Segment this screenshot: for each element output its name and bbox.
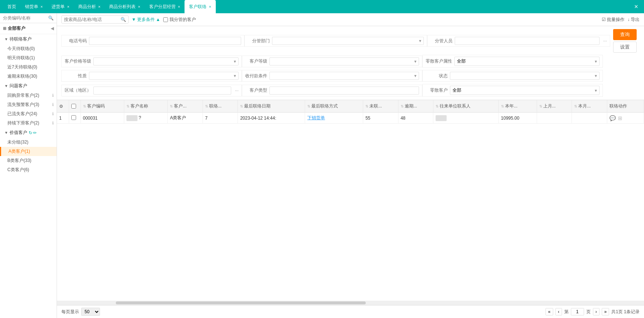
nav-purchase-order[interactable]: 进货单 × bbox=[47, 0, 74, 13]
grid-icon: ⊞ bbox=[3, 26, 6, 31]
last-page-button[interactable]: » bbox=[602, 308, 609, 315]
sidebar-pending-contact-group[interactable]: ▼ 待联络客户 bbox=[0, 34, 57, 44]
nav-product-analysis-list[interactable]: 商品分析列表 × bbox=[105, 0, 144, 13]
sidebar-item-7days[interactable]: 近7天待联络(0) bbox=[0, 63, 57, 72]
retail-attr-chevron-icon: ▾ bbox=[595, 59, 597, 64]
row-checkbox[interactable] bbox=[71, 115, 76, 120]
filter-person-input[interactable] bbox=[455, 37, 600, 45]
sidebar-item-a-class[interactable]: A类客户(1) bbox=[0, 147, 57, 156]
sidebar-search-bar: 🔍 bbox=[0, 13, 57, 23]
filter-nature-select[interactable]: ▾ bbox=[89, 72, 239, 80]
filter-search-input[interactable] bbox=[64, 17, 119, 22]
filter-region-input[interactable] bbox=[93, 86, 231, 95]
sidebar-item-c-class[interactable]: C类客户(6) bbox=[0, 165, 57, 174]
sidebar-item-churned[interactable]: 已流失客户(24) ℹ bbox=[0, 109, 57, 119]
info-icon-2[interactable]: ℹ bbox=[52, 102, 54, 107]
filter-customer-type: 客户类型 bbox=[242, 85, 422, 96]
sidebar-item-b-class[interactable]: B类客户(33) bbox=[0, 156, 57, 165]
nav-sales-order[interactable]: 销货单 × bbox=[21, 0, 47, 13]
table-row: 1 000031 ? A类客户 7 2023-04-12 14:44: bbox=[57, 113, 644, 124]
filter-phone-input[interactable] bbox=[89, 37, 241, 45]
value-group-refresh-icon[interactable]: ↻ bbox=[29, 130, 32, 135]
td-this-month bbox=[572, 113, 607, 124]
scrollbar-thumb[interactable] bbox=[116, 301, 366, 304]
filter-retail-select[interactable]: 全部 ▾ bbox=[450, 86, 600, 95]
filter-dept-select[interactable]: ▾ bbox=[272, 37, 424, 45]
action-qr-icon[interactable]: ⊞ bbox=[618, 115, 622, 121]
page-size-select[interactable]: 50 100 200 bbox=[81, 308, 100, 316]
filter-payment-select[interactable]: ▾ bbox=[269, 72, 419, 80]
horizontal-scrollbar[interactable] bbox=[57, 301, 644, 305]
level-chevron-icon: ▾ bbox=[414, 59, 416, 64]
nav-close-product-list[interactable]: × bbox=[138, 4, 140, 9]
th-contact: ⇅ 联络... bbox=[203, 100, 237, 113]
th-lm-sort-icon: ⇅ bbox=[539, 104, 542, 108]
nav-close-customer-contact[interactable]: × bbox=[209, 4, 211, 9]
table-settings-icon[interactable]: ⚙ bbox=[59, 104, 63, 109]
td-checkbox bbox=[69, 113, 80, 124]
last-method-link[interactable]: 下销货单 bbox=[307, 115, 325, 120]
filter-retail-customer: 零散客户 全部 ▾ bbox=[422, 84, 603, 97]
filter-more-chevron: ▲ bbox=[156, 17, 160, 22]
sidebar-search-input[interactable] bbox=[3, 15, 47, 21]
sidebar-problem-customers-group[interactable]: ▼ 问题客户 bbox=[0, 81, 57, 91]
th-method-sort-icon: ⇅ bbox=[307, 104, 310, 108]
sidebar-item-declining[interactable]: 持续下滑客户(2) ℹ bbox=[0, 119, 57, 128]
nav-close-purchase[interactable]: × bbox=[67, 4, 69, 9]
filter-search-icon[interactable]: 🔍 bbox=[121, 17, 126, 22]
select-all-checkbox[interactable] bbox=[71, 104, 76, 109]
filter-price-select[interactable]: ▾ bbox=[93, 57, 239, 66]
info-icon-1[interactable]: ℹ bbox=[52, 93, 54, 98]
sidebar-item-churn-warning[interactable]: 流失预警客户(3) ℹ bbox=[0, 100, 57, 109]
nav-close-customer-tier[interactable]: × bbox=[178, 4, 180, 9]
info-icon-4[interactable]: ℹ bbox=[52, 121, 54, 126]
nav-home[interactable]: 首页 bbox=[3, 0, 21, 13]
sidebar-item-today[interactable]: 今天待联络(0) bbox=[0, 44, 57, 53]
action-chat-icon[interactable]: 💬 bbox=[609, 115, 616, 121]
th-uncontacted-sort-icon: ⇅ bbox=[365, 104, 368, 108]
batch-icon: ☑ bbox=[602, 17, 606, 22]
export-button[interactable]: ↓ 导出 bbox=[627, 17, 640, 23]
filter-status-select[interactable]: ▾ bbox=[450, 72, 600, 80]
filter-customer-type-input[interactable] bbox=[269, 86, 419, 95]
filter-person-dots[interactable]: ··· bbox=[603, 38, 607, 43]
next-page-button[interactable]: › bbox=[593, 308, 600, 315]
nav-customer-tier[interactable]: 客户分层经营 × bbox=[145, 0, 185, 13]
th-uncontacted: ⇅ 未联... bbox=[363, 100, 398, 113]
page-number-input[interactable] bbox=[571, 308, 584, 315]
sidebar-item-overdue[interactable]: 逾期未联络(30) bbox=[0, 72, 57, 81]
sidebar-collapse-icon[interactable]: ◀ bbox=[51, 26, 54, 31]
nav-customer-contact[interactable]: 客户联络 × bbox=[185, 0, 215, 13]
page-total-label: 共1页 1条记录 bbox=[611, 309, 640, 315]
filter-my-customers[interactable]: 我分管的客户 bbox=[163, 17, 196, 23]
th-last-date: ⇅ 最后联络日期 bbox=[238, 100, 305, 113]
td-action: 💬 ⊞ bbox=[607, 113, 644, 124]
status-chevron-icon: ▾ bbox=[595, 73, 597, 78]
prev-page-button[interactable]: ‹ bbox=[555, 308, 562, 315]
arrow-down-icon: ▼ bbox=[4, 37, 8, 41]
th-contact-sort-icon: ⇅ bbox=[205, 104, 208, 108]
nav-product-analysis[interactable]: 商品分析 × bbox=[74, 0, 105, 13]
first-page-button[interactable]: « bbox=[545, 308, 553, 315]
filter-region-dots[interactable]: ··· bbox=[235, 88, 239, 93]
td-last-date: 2023-04-12 14:44: bbox=[238, 113, 305, 124]
nav-close-product-analysis[interactable]: × bbox=[98, 4, 100, 9]
sidebar-value-customers-group[interactable]: ▼ 价值客户 ↻ ✏ bbox=[0, 128, 57, 138]
settings-button[interactable]: 设置 bbox=[613, 42, 637, 53]
sidebar-item-tomorrow[interactable]: 明天待联络(1) bbox=[0, 53, 57, 63]
nav-close-sales[interactable]: × bbox=[40, 4, 43, 9]
batch-operation-button[interactable]: ☑ 批量操作 bbox=[602, 17, 625, 23]
sidebar-all-customers[interactable]: ⊞ 全部客户 ◀ bbox=[0, 23, 57, 34]
filter-retail-attr-select[interactable]: 全部 ▾ bbox=[454, 57, 600, 66]
nav-close-all-button[interactable]: × bbox=[631, 3, 641, 11]
value-group-edit-icon[interactable]: ✏ bbox=[33, 130, 37, 135]
filter-customer-level-select[interactable]: ▾ bbox=[269, 57, 419, 66]
sidebar-item-repurchase-anomaly[interactable]: 回购异常客户(2) ℹ bbox=[0, 91, 57, 100]
info-icon-3[interactable]: ℹ bbox=[52, 112, 54, 116]
nature-chevron-icon: ▾ bbox=[234, 73, 236, 78]
sidebar-search-icon[interactable]: 🔍 bbox=[48, 15, 54, 21]
query-button[interactable]: 查询 bbox=[613, 29, 637, 40]
filter-my-checkbox[interactable] bbox=[163, 17, 168, 22]
filter-more-button[interactable]: ▼ 更多条件 ▲ bbox=[132, 17, 160, 23]
sidebar-item-ungroup[interactable]: 未分组(32) bbox=[0, 138, 57, 147]
